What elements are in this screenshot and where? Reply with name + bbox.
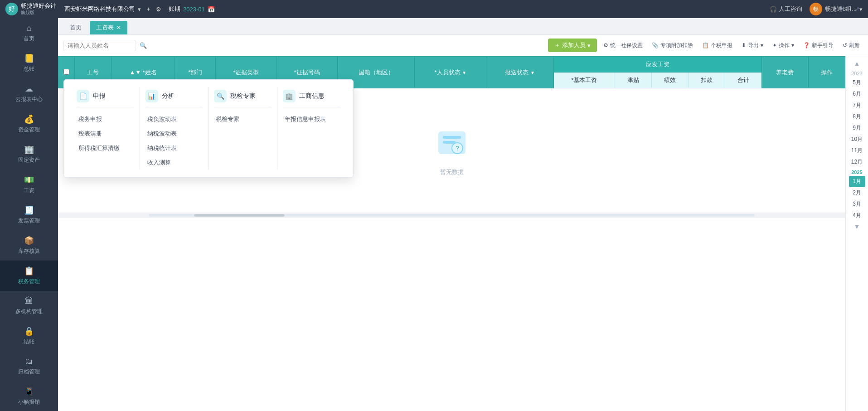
timeline-down-nav[interactable]: ▼ xyxy=(852,221,862,232)
sidebar-item-label: 资金管理 xyxy=(18,126,40,134)
sidebar-item-cloud-report[interactable]: ☁ 云报表中心 xyxy=(0,78,58,109)
invoice-icon: 🧾 xyxy=(24,205,34,215)
special-deduction-btn[interactable]: 📎 专项附加扣除 xyxy=(649,40,696,51)
timeline-month-2023-11[interactable]: 11月 xyxy=(849,145,865,156)
tax-return-icon: 📋 xyxy=(702,42,709,48)
col-salary-group: 应发工资 xyxy=(554,57,761,73)
sidebar-item-inventory[interactable]: 📦 库存核算 xyxy=(0,230,58,261)
calendar-icon[interactable]: 📅 xyxy=(208,6,215,13)
timeline-month-2023-9[interactable]: 9月 xyxy=(849,122,865,134)
export-btn[interactable]: ⬇ 导出 ▾ xyxy=(739,40,766,51)
sidebar-item-multi-org[interactable]: 🏛 多机构管理 xyxy=(0,291,58,321)
add-employee-button[interactable]: ＋ 添加人员 ▾ xyxy=(548,39,597,52)
col-pension: 养老费 xyxy=(761,57,808,88)
menu-item-income-tax-calc[interactable]: 所得税汇算清缴 xyxy=(77,141,134,155)
menu-item-tax-table-clear[interactable]: 税表清册 xyxy=(77,126,134,141)
sidebar-item-label: 税务管理 xyxy=(18,278,40,285)
sidebar-item-fund[interactable]: 💰 资金管理 xyxy=(0,109,58,139)
export-dropdown-icon: ▾ xyxy=(761,42,763,48)
social-security-btn[interactable]: ⚙ 统一社保设置 xyxy=(601,40,645,51)
operations-dropdown-icon: ▾ xyxy=(791,42,794,48)
menu-item-annual-report[interactable]: 年报信息申报表 xyxy=(283,112,341,126)
menu-item-tax-burden[interactable]: 税负波动表 xyxy=(145,112,203,126)
main-layout: ⌂ 首页 📒 总账 ☁ 云报表中心 💰 资金管理 🏢 固定资产 💵 工资 🧾 发… xyxy=(0,18,868,411)
menu-item-income-calc[interactable]: 收入测算 xyxy=(145,155,203,170)
empty-icon: ? xyxy=(434,125,470,161)
analysis-title: 分析 xyxy=(162,92,175,100)
payroll-icon: 💵 xyxy=(24,175,34,185)
tab-close-icon[interactable]: ✕ xyxy=(116,24,121,31)
tab-payroll[interactable]: 工资表 ✕ xyxy=(90,21,127,34)
scrollbar-thumb[interactable] xyxy=(194,214,285,217)
timeline-month-2024-4[interactable]: 4月 xyxy=(849,210,865,221)
sidebar-item-home[interactable]: ⌂ 首页 xyxy=(0,18,58,48)
timeline-month-2023-10[interactable]: 10月 xyxy=(849,134,865,145)
sidebar-item-payroll[interactable]: 💵 工资 xyxy=(0,169,58,200)
sidebar-item-ledger[interactable]: 📒 总账 xyxy=(0,48,58,78)
refresh-icon: ↺ xyxy=(843,42,847,48)
declaration-icon: 📄 xyxy=(77,90,89,102)
headset-icon: 🎧 xyxy=(770,6,777,13)
select-all-checkbox[interactable] xyxy=(63,69,69,75)
fund-icon: 💰 xyxy=(24,114,34,124)
add-company-icon[interactable]: ＋ xyxy=(145,5,151,13)
menu-item-tax-check[interactable]: 税检专家 xyxy=(214,112,272,126)
analysis-icon: 📊 xyxy=(145,90,158,102)
content-area: 首页 工资表 ✕ 🔍 ＋ 添加人员 ▾ ⚙ 统一社保设置 📎 专项附加扣除 xyxy=(58,18,868,411)
tab-home-label: 首页 xyxy=(70,24,82,31)
search-input[interactable] xyxy=(63,40,136,51)
service-btn[interactable]: 🎧 人工咨询 xyxy=(770,5,802,13)
search-icon[interactable]: 🔍 xyxy=(140,42,147,49)
timeline-month-2023-6[interactable]: 6月 xyxy=(849,88,865,100)
sidebar-item-invoice[interactable]: 🧾 发票管理 xyxy=(0,200,58,230)
timeline-month-2023-8[interactable]: 8月 xyxy=(849,111,865,122)
logo-icon: 好 xyxy=(5,3,18,15)
sidebar-item-fixed-assets[interactable]: 🏢 固定资产 xyxy=(0,139,58,169)
scrollbar-track[interactable] xyxy=(149,214,755,217)
col-deduction: 扣款 xyxy=(688,73,725,88)
declaration-title: 申报 xyxy=(93,92,106,100)
archive-icon: 🗂 xyxy=(25,357,33,366)
svg-rect-2 xyxy=(443,141,456,144)
company-settings-icon[interactable]: ⚙ xyxy=(156,6,161,13)
menu-item-tax-fluctuation[interactable]: 纳税波动表 xyxy=(145,126,203,141)
menu-item-tax-stats[interactable]: 纳税统计表 xyxy=(145,141,203,155)
sidebar-item-archive[interactable]: 🗂 归档管理 xyxy=(0,351,58,381)
company-area: 西安虾米网络科技有限公司 ▾ ＋ ⚙ xyxy=(64,5,161,13)
window-close-button[interactable]: ✕ xyxy=(837,4,848,14)
guide-btn[interactable]: ❓ 新手引导 xyxy=(800,40,836,51)
building-icon: 🏢 xyxy=(24,145,34,155)
timeline-year-2024: 2025 xyxy=(851,169,862,175)
sidebar-item-xiaochang[interactable]: 📱 小畅报销 xyxy=(0,381,58,411)
sidebar-item-label: 多机构管理 xyxy=(15,308,43,315)
sidebar-item-tax[interactable]: 📋 税务管理 xyxy=(0,261,58,291)
sidebar-item-closing[interactable]: 🔒 结账 xyxy=(0,321,58,351)
timeline-up-nav[interactable]: ▲ xyxy=(852,58,862,69)
col-total: 合计 xyxy=(725,73,761,88)
business-icon: 🏢 xyxy=(283,90,296,102)
period-value[interactable]: 2023-01 xyxy=(183,6,205,13)
company-dropdown-icon[interactable]: ▾ xyxy=(138,6,141,13)
timeline-month-2024-2[interactable]: 2月 xyxy=(849,187,865,198)
timeline-month-2024-1[interactable]: 1月 xyxy=(849,176,865,187)
refresh-btn[interactable]: ↺ 刷新 xyxy=(840,40,863,51)
tab-home[interactable]: 首页 xyxy=(63,21,88,34)
operations-btn[interactable]: ✦ 操作 ▾ xyxy=(770,40,797,51)
sidebar-item-label: 工资 xyxy=(24,187,34,194)
tax-return-btn[interactable]: 📋 个税申报 xyxy=(699,40,735,51)
logo-text: 畅捷通好会计 旗舰版 xyxy=(21,2,56,16)
menu-item-tax-declare[interactable]: 税务申报 xyxy=(77,112,134,126)
timeline-year-2023: 2023 xyxy=(851,71,862,76)
timeline-month-2023-5[interactable]: 5月 xyxy=(849,77,865,88)
menu-section-analysis: 📊 分析 税负波动表 纳税波动表 纳税统计表 收入测算 xyxy=(140,87,209,170)
add-dropdown-icon: ▾ xyxy=(587,42,591,49)
logo-area: 好 畅捷通好会计 旗舰版 xyxy=(5,2,60,16)
timeline-month-2023-12[interactable]: 12月 xyxy=(849,156,865,168)
tax-expert-title: 税检专家 xyxy=(230,92,256,100)
menu-section-business-info: 🏢 工商信息 年报信息申报表 xyxy=(277,87,346,170)
cloud-icon: ☁ xyxy=(25,84,33,94)
timeline-month-2023-7[interactable]: 7月 xyxy=(849,100,865,111)
window-expand-button[interactable]: ⤢ xyxy=(852,4,863,14)
svg-rect-1 xyxy=(443,136,461,139)
timeline-month-2024-3[interactable]: 3月 xyxy=(849,198,865,210)
